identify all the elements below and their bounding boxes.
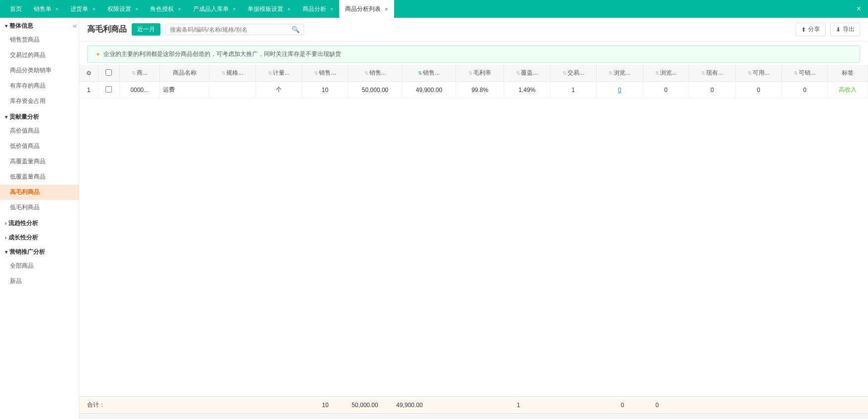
arrow-icon-5: ▾ [5, 249, 7, 255]
col-coverage[interactable]: ⇅覆盖... [504, 65, 550, 82]
window-close-btn[interactable]: × [854, 4, 864, 13]
cell-browse2: 0 [643, 82, 689, 98]
data-table-container[interactable]: ⚙ ⇅商... 商品名称 ⇅规格... ⇅计量... ⇅销售... ⇅销售...… [79, 65, 868, 396]
sidebar-group-marketing[interactable]: ▾ 营销推广分析 [0, 244, 79, 258]
nav-product-instock[interactable]: 产成品入库单 × [187, 0, 242, 18]
nav-permission[interactable]: 权限设置 × [102, 0, 144, 18]
nav-goods-analysis-close[interactable]: × [330, 6, 333, 12]
top-navigation: 首页 销售单 × 进货单 × 权限设置 × 角色授权 × 产成品入库单 × 单据… [0, 0, 868, 18]
footer-total: 合计： 10 50,000.00 49,900.00 1 0 0 [79, 396, 868, 413]
sidebar-group-overall[interactable]: ▾ 整体信息 [0, 18, 79, 32]
cell-browse1[interactable]: 0 [597, 82, 643, 98]
select-all-checkbox[interactable] [105, 69, 112, 76]
sidebar-item-new-goods[interactable]: 新品 [0, 274, 79, 289]
nav-permission-close[interactable]: × [135, 6, 138, 12]
sidebar-item-low-coverage[interactable]: 低覆盖量商品 [0, 169, 79, 185]
col-available[interactable]: ⇅可用... [735, 65, 781, 82]
footer-sales3: 49,900.00 [387, 402, 432, 409]
sidebar: « ▾ 整体信息 销售货商品 交易过的商品 商品分类助销率 有库存的商品 库存资… [0, 18, 79, 419]
arrow-icon-4: › [5, 235, 6, 240]
col-checkbox[interactable] [99, 65, 120, 82]
cell-index: 1 [79, 82, 99, 98]
sidebar-item-high-margin[interactable]: 高毛利商品 [0, 185, 79, 200]
nav-goods-analysis-list-close[interactable]: × [385, 6, 388, 12]
nav-template-close[interactable]: × [287, 6, 290, 12]
col-saleable[interactable]: ⇅可销... [781, 65, 827, 82]
nav-home[interactable]: 首页 [4, 0, 28, 18]
sidebar-item-high-value[interactable]: 高价值商品 [0, 123, 79, 139]
nav-purchase[interactable]: 进货单 × [64, 0, 101, 18]
nav-sales-close[interactable]: × [55, 6, 58, 12]
nav-goods-analysis-list[interactable]: 商品分析列表 × [339, 0, 394, 18]
col-sales1[interactable]: ⇅销售... [302, 65, 348, 82]
sidebar-group-growth[interactable]: › 成长性分析 [0, 230, 79, 244]
sidebar-item-all-goods[interactable]: 全部商品 [0, 258, 79, 274]
nav-product-instock-close[interactable]: × [233, 6, 236, 12]
cell-gross-rate: 99.8% [456, 82, 504, 98]
main-content: 高毛利商品 近一月 🔍 ⬆ 分享 ⬇ 导出 ✦ 企业的主要的利润都是这部分商品创… [79, 18, 868, 419]
nav-sales[interactable]: 销售单 × [28, 0, 64, 18]
filter-recent-month[interactable]: 近一月 [132, 23, 160, 36]
bottom-scrollbar[interactable] [79, 413, 868, 419]
cell-coverage: 1.49% [504, 82, 550, 98]
cell-spec [209, 82, 255, 98]
nav-template[interactable]: 单据模板设置 × [242, 0, 296, 18]
search-icon[interactable]: 🔍 [292, 26, 300, 33]
cell-current: 0 [689, 82, 735, 98]
sidebar-item-sales-goods[interactable]: 销售货商品 [0, 32, 79, 47]
col-browse1[interactable]: ⇅浏览... [597, 65, 643, 82]
col-code[interactable]: ⇅商... [119, 65, 160, 82]
footer-available: 0 [640, 402, 674, 409]
sidebar-item-high-coverage[interactable]: 高覆盖量商品 [0, 154, 79, 169]
nav-role[interactable]: 角色授权 × [144, 0, 187, 18]
col-trade[interactable]: ⇅交易... [550, 65, 596, 82]
cell-sales2: 50,000.00 [348, 82, 402, 98]
info-bar: ✦ 企业的主要的利润都是这部分商品创造的，可考虑加大推广，同时关注库存是不要出现… [87, 46, 860, 63]
nav-goods-analysis[interactable]: 商品分析 × [297, 0, 339, 18]
col-spec[interactable]: ⇅规格... [209, 65, 255, 82]
arrow-icon-2: ▾ [5, 114, 7, 120]
col-current[interactable]: ⇅现有... [689, 65, 735, 82]
cell-unit: 个 [255, 82, 302, 98]
arrow-icon-3: › [5, 221, 6, 226]
nav-purchase-close[interactable]: × [92, 6, 95, 12]
sidebar-group-trend[interactable]: › 流趋性分析 [0, 215, 79, 230]
col-gross-rate[interactable]: ⇅毛利率 [456, 65, 504, 82]
sidebar-collapse-btn[interactable]: « [73, 22, 77, 30]
search-box: 🔍 [165, 24, 304, 35]
share-button[interactable]: ⬆ 分享 [796, 23, 825, 36]
arrow-icon: ▾ [5, 23, 7, 29]
footer-sales2: 50,000.00 [343, 402, 387, 409]
cell-code: 0000... [119, 82, 160, 98]
col-sales3[interactable]: ⇅销售... [402, 65, 456, 82]
cell-sales1: 10 [302, 82, 348, 98]
col-sales2[interactable]: ⇅销售... [348, 65, 402, 82]
export-button[interactable]: ⬇ 导出 [830, 23, 860, 36]
sidebar-item-stock-capital[interactable]: 库存资金占用 [0, 93, 79, 109]
col-settings[interactable]: ⚙ [79, 65, 99, 82]
nav-role-close[interactable]: × [178, 6, 181, 12]
col-unit[interactable]: ⇅计量... [255, 65, 302, 82]
footer-trade: 1 [501, 402, 536, 409]
footer-current: 0 [605, 402, 640, 409]
col-tag[interactable]: 标签 [828, 65, 868, 82]
content-header: 高毛利商品 近一月 🔍 ⬆ 分享 ⬇ 导出 [79, 18, 868, 42]
cell-checkbox[interactable] [99, 82, 120, 98]
cell-tag: 高收入 [828, 82, 868, 98]
sidebar-group-contribution[interactable]: ▾ 贡献量分析 [0, 109, 79, 123]
sidebar-item-traded-goods[interactable]: 交易过的商品 [0, 47, 79, 63]
sidebar-item-low-value[interactable]: 低价值商品 [0, 139, 79, 154]
cell-available: 0 [735, 82, 781, 98]
sidebar-item-low-margin[interactable]: 低毛利商品 [0, 200, 79, 215]
footer-label: 合计： [87, 401, 105, 409]
sidebar-item-category-rate[interactable]: 商品分类助销率 [0, 63, 79, 78]
row-checkbox[interactable] [105, 86, 112, 93]
search-input[interactable] [170, 26, 289, 33]
table-row: 1 0000... 运费 个 10 50,000.00 49,900.00 99… [79, 82, 868, 98]
col-name[interactable]: 商品名称 [160, 65, 209, 82]
sidebar-item-stock-goods[interactable]: 有库存的商品 [0, 78, 79, 93]
cell-name: 运费 [160, 82, 209, 98]
footer-sales1: 10 [308, 402, 343, 409]
col-browse2[interactable]: ⇅浏览... [643, 65, 689, 82]
page-title: 高毛利商品 [87, 24, 127, 35]
